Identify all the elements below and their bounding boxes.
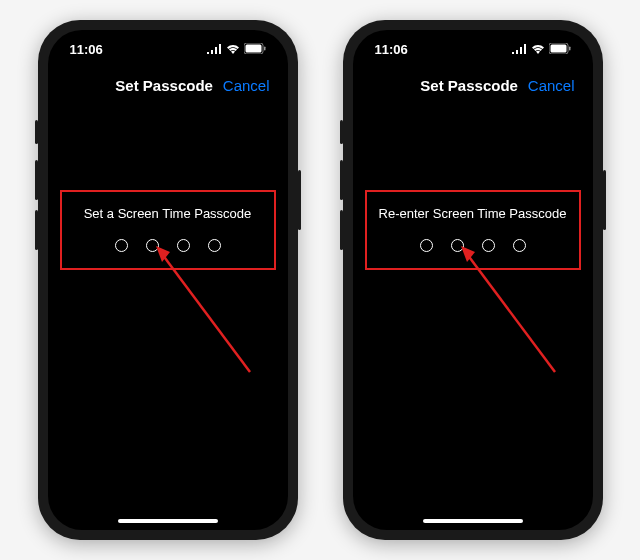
content-area: Re-enter Screen Time Passcode [365,190,581,270]
power-button [603,170,606,230]
status-time: 11:06 [70,42,103,57]
svg-rect-6 [550,45,566,53]
home-indicator[interactable] [118,519,218,523]
nav-bar: Set Passcode Cancel [353,61,593,104]
screen: 11:06 Set Passcode Cancel Set a Screen T… [48,30,288,530]
volume-up [35,160,38,200]
svg-line-8 [467,254,555,372]
svg-line-3 [162,254,250,372]
cellular-signal-icon [207,42,222,57]
status-bar: 11:06 [48,30,288,61]
volume-down [340,210,343,250]
content-area: Set a Screen Time Passcode [60,190,276,270]
passcode-dot [482,239,495,252]
highlight-annotation: Set a Screen Time Passcode [60,190,276,270]
wifi-icon [226,42,240,57]
passcode-dot [177,239,190,252]
mute-switch [340,120,343,144]
battery-icon [549,42,571,57]
power-button [298,170,301,230]
svg-rect-1 [245,45,261,53]
passcode-input[interactable] [70,239,266,252]
passcode-prompt: Re-enter Screen Time Passcode [375,206,571,221]
status-bar: 11:06 [353,30,593,61]
wifi-icon [531,42,545,57]
nav-title: Set Passcode [411,77,528,94]
cancel-button[interactable]: Cancel [223,77,270,94]
volume-up [340,160,343,200]
passcode-dot [115,239,128,252]
status-time: 11:06 [375,42,408,57]
highlight-annotation: Re-enter Screen Time Passcode [365,190,581,270]
iphone-mockup-left: 11:06 Set Passcode Cancel Set a Screen T… [38,20,298,540]
nav-title: Set Passcode [106,77,223,94]
passcode-dot [451,239,464,252]
volume-down [35,210,38,250]
battery-icon [244,42,266,57]
iphone-mockup-right: 11:06 Set Passcode Cancel Re-enter Scree… [343,20,603,540]
nav-bar: Set Passcode Cancel [48,61,288,104]
passcode-dot [420,239,433,252]
screen: 11:06 Set Passcode Cancel Re-enter Scree… [353,30,593,530]
home-indicator[interactable] [423,519,523,523]
passcode-dot [146,239,159,252]
mute-switch [35,120,38,144]
svg-rect-2 [264,47,266,51]
status-right [207,42,266,57]
cellular-signal-icon [512,42,527,57]
cancel-button[interactable]: Cancel [528,77,575,94]
passcode-dot [513,239,526,252]
passcode-dot [208,239,221,252]
status-right [512,42,571,57]
passcode-input[interactable] [375,239,571,252]
svg-rect-7 [569,47,571,51]
passcode-prompt: Set a Screen Time Passcode [70,206,266,221]
